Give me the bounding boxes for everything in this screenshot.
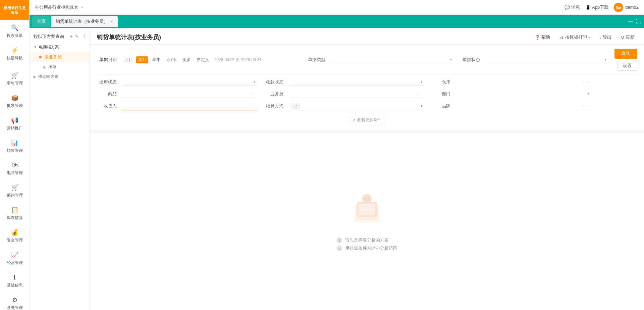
receipt-status-arrow-icon: ▾ bbox=[421, 80, 422, 84]
goods-field[interactable]: ··· bbox=[122, 90, 258, 98]
empty-hints: 1 请先选择要分析的方案 2 用过滤条件来缩小分析范围 bbox=[336, 237, 397, 251]
staff-dots-icon[interactable]: ··· bbox=[416, 91, 422, 96]
receipt-status-field[interactable]: ▾ bbox=[289, 79, 425, 86]
tab-home[interactable]: 首页 bbox=[32, 16, 50, 27]
wholesale-icon: 📦 bbox=[11, 94, 18, 102]
brand-label: 品牌 bbox=[430, 103, 450, 109]
brand-dots-icon[interactable]: ··· bbox=[583, 103, 589, 108]
workspace-selector[interactable]: 办公用品行业模拟账套 ▾ bbox=[35, 4, 83, 10]
message-icon: 💬 bbox=[565, 5, 570, 10]
warehouse-field[interactable]: ··· bbox=[456, 78, 592, 86]
date-tab-custom[interactable]: 自定义 bbox=[195, 56, 211, 63]
out-status-field[interactable]: ▾ bbox=[122, 79, 258, 86]
left-panel-header-actions: + ✎ 《 bbox=[70, 34, 86, 40]
refresh-label: 刷新 bbox=[626, 34, 635, 40]
operation-icon: 📈 bbox=[11, 251, 18, 259]
app-download-btn[interactable]: 📱 App下载 bbox=[585, 4, 608, 10]
date-tabs: 上月 本月 本年 近7天 更多 自定义 2023-03-01 至 2023-03… bbox=[122, 56, 262, 63]
consignee-dots-icon[interactable]: ··· bbox=[250, 103, 256, 108]
collapse-filters-btn[interactable]: ∧ 收起更多条件 bbox=[348, 116, 386, 124]
date-tab-current-month[interactable]: 本月 bbox=[136, 56, 148, 63]
sidebar-item-retail[interactable]: 🛒 零售管理 bbox=[0, 68, 29, 90]
sidebar-item-sales[interactable]: 📊 销售管理 bbox=[0, 135, 29, 158]
doc-type-field[interactable]: ▾ bbox=[331, 56, 454, 63]
sales-icon: 📊 bbox=[11, 139, 18, 147]
sidebar-item-wholesale[interactable]: 📦 批发管理 bbox=[0, 90, 29, 113]
warehouse-dots-icon[interactable]: ··· bbox=[583, 79, 589, 85]
date-tab-current-year[interactable]: 本年 bbox=[150, 56, 162, 63]
goods-dots-icon[interactable]: ··· bbox=[250, 91, 256, 96]
collapse-panel-btn[interactable]: 《 bbox=[81, 34, 86, 40]
logo-subtext: 标版 bbox=[11, 10, 18, 15]
desktop-section-title[interactable]: ▼ 电脑端方案 bbox=[30, 42, 90, 52]
sidebar-item-finance[interactable]: 💰 资金管理 bbox=[0, 225, 29, 247]
tab-sales-report[interactable]: 销货单统计表（按业务员） ✕ bbox=[51, 16, 118, 27]
scheme-by-staff[interactable]: 按业务员 bbox=[30, 52, 90, 62]
sidebar-item-inventory[interactable]: 📋 库存核算 bbox=[0, 202, 29, 225]
message-btn[interactable]: 💬 消息 bbox=[565, 4, 580, 10]
edit-scheme-btn[interactable]: ✎ bbox=[75, 34, 79, 40]
sidebar-item-system[interactable]: ⚙ 系统管理 bbox=[0, 292, 29, 310]
help-btn[interactable]: ❓ 帮助 bbox=[532, 33, 553, 42]
print-icon: 🖨 bbox=[559, 35, 564, 40]
quick-nav-icon: ⚡ bbox=[11, 47, 18, 54]
tab-maximize-btn[interactable]: ⛶ bbox=[636, 18, 641, 24]
tab-minimize-btn[interactable]: — bbox=[628, 18, 633, 24]
sidebar-item-purchase[interactable]: 🛒 采购管理 bbox=[0, 180, 29, 202]
sidebar-item-basic[interactable]: ℹ 基础信息 bbox=[0, 270, 29, 292]
date-tab-more[interactable]: 更多 bbox=[181, 56, 193, 63]
filter-area: 单据日期 上月 本月 本年 近7天 更多 自定义 2023-03-01 至 20… bbox=[90, 45, 644, 130]
header-actions: 💬 消息 📱 App下载 Ea demo2 bbox=[565, 3, 639, 12]
search-icon: 🔍 bbox=[11, 24, 18, 32]
print-dropdown-icon: ▾ bbox=[588, 36, 590, 39]
sidebar-item-label: 搜索菜单 bbox=[7, 33, 23, 39]
sidebar-item-marketing[interactable]: 📢 营销推广 bbox=[0, 113, 29, 135]
sidebar-item-label: 采购管理 bbox=[7, 193, 23, 198]
refresh-btn[interactable]: ↺ 刷新 bbox=[618, 33, 637, 42]
consignee-field[interactable]: ··· bbox=[122, 102, 258, 110]
date-tab-last-month[interactable]: 上月 bbox=[122, 56, 134, 63]
mobile-section-title[interactable]: ▶ 移动端方案 bbox=[30, 72, 90, 82]
brand-field[interactable]: ··· bbox=[456, 102, 592, 110]
settings-btn[interactable]: 设置 bbox=[617, 61, 637, 71]
scheme-by-order[interactable]: ⊞ 按单 bbox=[30, 62, 90, 72]
sidebar-item-label: 基础信息 bbox=[7, 282, 23, 288]
logo-text: 畅捷通好生意 bbox=[4, 5, 26, 10]
date-tab-last-7-days[interactable]: 近7天 bbox=[164, 56, 179, 63]
collapse-bar: ∧ 收起更多条件 bbox=[97, 114, 637, 126]
tab-close-icon[interactable]: ✕ bbox=[110, 19, 113, 24]
staff-label: 业务员 bbox=[263, 91, 283, 97]
workspace-label: 办公用品行业模拟账套 bbox=[35, 4, 78, 10]
app-download-label: App下载 bbox=[592, 4, 608, 10]
sidebar-item-label: 零售管理 bbox=[7, 81, 23, 86]
mobile-section-label: 移动端方案 bbox=[38, 74, 58, 80]
hint-num-1: 1 bbox=[336, 237, 342, 243]
sidebar-item-operation[interactable]: 📈 经营管理 bbox=[0, 247, 29, 270]
sidebar-item-label: 经营管理 bbox=[7, 260, 23, 266]
svg-rect-3 bbox=[359, 204, 375, 215]
date-label: 单据日期 bbox=[97, 57, 117, 63]
page-title: 销货单统计表(按业务员) bbox=[97, 33, 161, 41]
dept-field[interactable]: ▾ bbox=[456, 91, 592, 97]
doc-status-arrow-icon: ▾ bbox=[605, 58, 606, 61]
empty-state: 1 请先选择要分析的方案 2 用过滤条件来缩小分析范围 bbox=[90, 133, 644, 310]
query-btn[interactable]: 查询 bbox=[614, 49, 637, 59]
sidebar-item-ecommerce[interactable]: 🛍 电商管理 bbox=[0, 158, 29, 180]
hint-num-2: 2 bbox=[336, 245, 342, 251]
order-icon: ⊞ bbox=[43, 65, 46, 69]
user-profile[interactable]: Ea demo2 bbox=[614, 3, 639, 12]
export-btn[interactable]: ↓ 导出 bbox=[597, 33, 614, 42]
print-btn[interactable]: 🖨 按模板打印 ▾ bbox=[557, 33, 593, 42]
staff-field[interactable]: ··· bbox=[289, 90, 425, 98]
export-label: 导出 bbox=[603, 34, 611, 40]
system-icon: ⚙ bbox=[12, 296, 17, 304]
tab-bar-actions: — ⛶ bbox=[628, 18, 641, 24]
sidebar-item-quick-nav[interactable]: ⚡ 快捷导航 bbox=[0, 43, 29, 65]
sidebar-item-search[interactable]: 🔍 搜索菜单 bbox=[0, 20, 29, 43]
add-scheme-btn[interactable]: + bbox=[70, 34, 73, 40]
mobile-section: ▶ 移动端方案 bbox=[30, 72, 90, 82]
settlement-tag-close-icon[interactable]: × bbox=[295, 104, 297, 108]
hint-text-1: 请先选择要分析的方案 bbox=[345, 237, 389, 243]
doc-status-field[interactable]: ▾ bbox=[485, 56, 609, 63]
dept-arrow-icon: ▾ bbox=[587, 92, 589, 96]
